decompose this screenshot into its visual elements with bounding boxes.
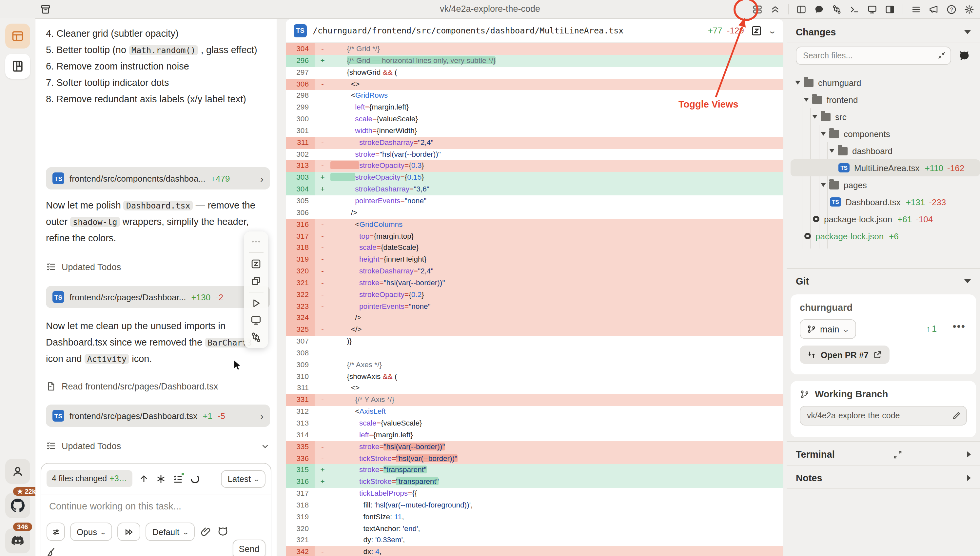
updated-todos-row[interactable]: Updated Todos: [46, 438, 270, 454]
file-change-chip[interactable]: TSfrontend/src/pages/Dashboar...+130-2: [46, 286, 270, 308]
toggle-views-label: Toggle Views: [678, 99, 738, 110]
diff-line: 319- height={innerHeight}: [286, 254, 783, 265]
tree-item-pages[interactable]: pages: [791, 176, 980, 194]
tree-item-frontend[interactable]: frontend: [791, 91, 980, 108]
tree-item-components[interactable]: components: [791, 125, 980, 142]
diff-line: 302 stroke="hsl(var(--border))": [286, 149, 783, 160]
open-pr-label: Open PR #7: [821, 350, 869, 360]
tree-item-dashboard[interactable]: dashboard: [791, 142, 980, 159]
notes-section-header[interactable]: Notes: [786, 470, 980, 486]
tree-item-package-lock-json[interactable]: package-lock.json+6: [791, 228, 980, 244]
expand-icon[interactable]: [893, 449, 903, 459]
chat-bubble-icon[interactable]: [812, 2, 826, 16]
fast-forward-button[interactable]: [118, 522, 140, 541]
mouse-cursor: [233, 359, 242, 371]
svg-text:?: ?: [950, 6, 953, 12]
package-icon: [813, 216, 819, 222]
message-input[interactable]: Continue working on this task...: [49, 501, 181, 511]
files-changed-chip[interactable]: 4 files changed +3…: [47, 470, 132, 487]
tree-item-dashboard-tsx[interactable]: TSDashboard.tsx+131-233: [791, 194, 980, 210]
working-branch-input[interactable]: [800, 406, 967, 425]
mode-select[interactable]: Default ⌄: [146, 522, 195, 541]
cat-icon[interactable]: [958, 49, 971, 62]
send-button[interactable]: Send: [233, 540, 265, 556]
line-number: 317: [286, 488, 315, 499]
archive-box-icon[interactable]: [39, 3, 52, 16]
file-change-chip[interactable]: TSfrontend/src/components/dashboa...+479…: [46, 167, 270, 189]
code-text: {/* Grid */}: [330, 43, 783, 55]
logo-icon[interactable]: [250, 258, 262, 270]
diff-sign: -: [315, 312, 330, 324]
play-icon[interactable]: [250, 297, 262, 309]
line-number: 299: [286, 102, 315, 113]
logo-view-icon[interactable]: [750, 24, 763, 37]
diff-sign: -: [315, 231, 330, 242]
expand-triangle-icon[interactable]: [795, 81, 801, 84]
toolbar-divider: [249, 252, 263, 253]
right-panel: Changes churnguardfrontendsrccomponentsd…: [786, 19, 980, 556]
read-file-row[interactable]: Read frontend/src/pages/Dashboard.tsx: [46, 378, 270, 394]
model-select[interactable]: Opus ⌄: [70, 522, 112, 541]
attach-icon[interactable]: [200, 526, 212, 538]
panel-left-icon[interactable]: [794, 2, 808, 16]
diff-content[interactable]: 304- {/* Grid */}296+ {/* Grid — horizon…: [286, 43, 783, 556]
git-compare-icon[interactable]: [830, 2, 844, 16]
spark-icon[interactable]: [155, 473, 166, 484]
help-icon[interactable]: ?: [944, 2, 958, 16]
scroll-up-icon[interactable]: [138, 473, 149, 484]
working-branch-card: Working Branch: [791, 381, 976, 437]
discord-button[interactable]: 346: [5, 529, 30, 553]
diff-sign: +: [315, 464, 330, 476]
version-select[interactable]: Latest ⌄: [221, 470, 265, 488]
changes-section-header[interactable]: Changes: [786, 24, 980, 40]
megaphone-icon[interactable]: [927, 2, 941, 16]
account-button[interactable]: [5, 459, 30, 484]
expand-triangle-icon[interactable]: [821, 132, 826, 136]
tree-item-package-lock-json[interactable]: package-lock.json+61-104: [791, 210, 980, 228]
kanban-view-button[interactable]: [5, 54, 30, 79]
collapse-tree-icon[interactable]: [937, 50, 946, 60]
diff-line: 311- strokeDasharray="2,4": [286, 137, 783, 149]
expand-triangle-icon[interactable]: [821, 183, 826, 187]
code-text: strokeOpacity={0.3}: [330, 160, 783, 172]
file-name: src: [835, 112, 847, 121]
layout-view-button[interactable]: [5, 24, 30, 48]
person-icon: [10, 464, 25, 478]
diff-line: 304+ strokeDasharray="3,6": [286, 184, 783, 196]
copy-icon[interactable]: [250, 275, 262, 287]
chevron-down-icon[interactable]: [260, 441, 270, 451]
cat-icon[interactable]: [217, 526, 229, 538]
edit-pencil-icon[interactable]: [952, 411, 962, 420]
git-compare-icon[interactable]: [250, 331, 262, 344]
broom-icon[interactable]: [45, 546, 57, 556]
more-options-icon[interactable]: •••: [953, 321, 965, 333]
updated-todos-row[interactable]: Updated Todos: [46, 259, 270, 275]
line-number: 302: [286, 149, 315, 160]
settings-icon[interactable]: [962, 2, 976, 16]
terminal-icon[interactable]: [848, 2, 861, 16]
expand-triangle-icon[interactable]: [829, 149, 835, 153]
chevron-down-icon[interactable]: ⌄: [768, 26, 777, 35]
open-pr-button[interactable]: Open PR #7: [800, 346, 890, 364]
tune-button[interactable]: [47, 522, 65, 541]
tree-item-src[interactable]: src: [791, 108, 980, 125]
collapse-up-icon[interactable]: [768, 2, 782, 16]
file-name: package-lock.json: [815, 231, 884, 241]
todo-status-icon[interactable]: [173, 473, 184, 484]
line-number: 305: [286, 196, 315, 207]
monitor-icon[interactable]: [250, 314, 262, 326]
menu-icon[interactable]: [909, 2, 923, 16]
expand-triangle-icon[interactable]: [804, 98, 809, 102]
github-button[interactable]: ★ 22k: [5, 493, 30, 518]
monitor-icon[interactable]: [865, 2, 879, 16]
tree-item-multilinearea-tsx[interactable]: TSMultiLineArea.tsx+110-162: [791, 159, 980, 176]
code-text: tickLabelProps={{: [330, 488, 783, 499]
search-input[interactable]: [796, 47, 951, 65]
file-change-chip[interactable]: TSfrontend/src/pages/Dashboard.tsx+1-5›: [46, 404, 270, 427]
panel-right-icon[interactable]: [883, 2, 897, 16]
git-section-header[interactable]: Git: [786, 273, 980, 289]
branch-select[interactable]: main ⌄: [800, 319, 856, 339]
tree-item-churnguard[interactable]: churnguard: [791, 74, 980, 91]
terminal-section-header[interactable]: Terminal: [786, 446, 980, 462]
expand-triangle-icon[interactable]: [812, 115, 817, 119]
